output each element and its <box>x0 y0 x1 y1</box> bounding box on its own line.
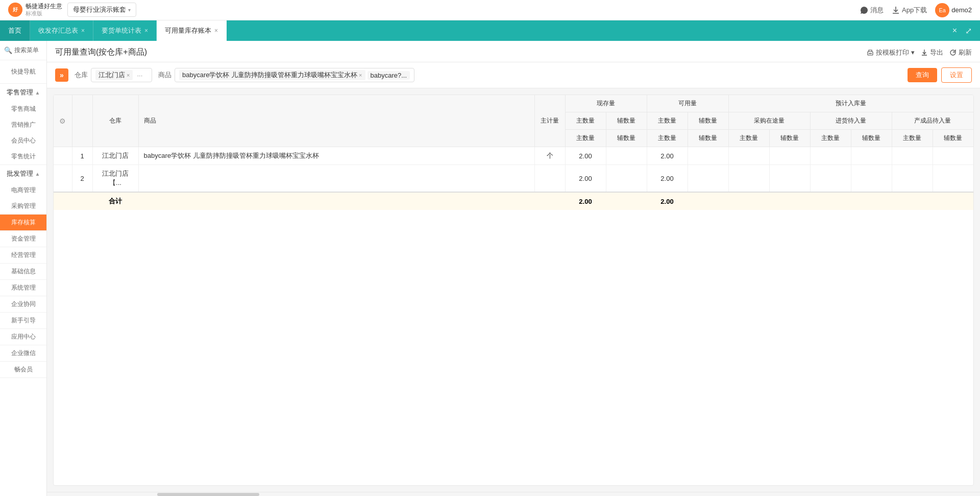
production-wait-header: 产成品待入量 <box>892 112 973 130</box>
retail-group-label: 零售管理 <box>7 88 33 97</box>
logo-text-block: 畅捷通好生意 标准版 <box>26 3 62 17</box>
app-download-button[interactable]: App下载 <box>892 6 927 15</box>
sidebar-group-operation: 经营管理 <box>0 247 46 264</box>
sidebar-group-retail-header[interactable]: 零售管理 ▲ <box>0 84 46 101</box>
row-prod-aux <box>933 147 973 165</box>
row-pw-main <box>810 165 851 193</box>
sidebar-search[interactable]: 🔍 搜索菜单 <box>0 41 46 60</box>
sidebar-item-wechat[interactable]: 企业微信 <box>0 345 46 361</box>
top-bar-right: 消息 App下载 Ea demo2 <box>860 3 972 17</box>
content-area: 可用量查询(按仓库+商品) 按模板打印 ▾ 导出 刷新 » <box>47 41 980 496</box>
footer-prod-aux <box>933 192 973 210</box>
sidebar-group-wholesale: 批发管理 ▲ 电商管理 采购管理 <box>0 165 46 215</box>
export-button[interactable]: 导出 <box>921 48 943 57</box>
user-profile-button[interactable]: Ea demo2 <box>935 3 972 17</box>
av-main-label: 主数量 <box>647 130 688 147</box>
sidebar-group-inventory: 库存核算 <box>0 215 46 231</box>
current-stock-header: 现存量 <box>565 95 647 112</box>
row-available-main: 2.00 <box>647 165 688 193</box>
sidebar-nav: 快捷导航 <box>0 60 46 84</box>
sidebar-item-retail-stats[interactable]: 零售统计 <box>0 149 46 164</box>
sidebar-item-system[interactable]: 系统管理 <box>0 280 46 296</box>
row-prod-aux <box>933 165 973 193</box>
sidebar-group-wholesale-header[interactable]: 批发管理 ▲ <box>0 165 46 182</box>
row-pw-aux <box>851 147 892 165</box>
row-settings <box>54 165 72 193</box>
row-pi-aux <box>769 147 810 165</box>
sidebar-item-marketing[interactable]: 营销推广 <box>0 117 46 133</box>
filter-more-dots[interactable]: ··· <box>135 72 144 79</box>
index-column-header <box>72 95 92 147</box>
tab-receive-pay-close[interactable]: × <box>81 27 85 34</box>
product-tag-1-close[interactable]: × <box>359 72 362 78</box>
sidebar-item-basic-info[interactable]: 基础信息 <box>0 264 46 279</box>
cs-aux-label: 辅数量 <box>606 130 647 147</box>
sidebar-group-wechat: 企业微信 <box>0 345 46 362</box>
main-layout: 🔍 搜索菜单 快捷导航 零售管理 ▲ 零售商城 营销推广 会员中心 零售统计 批… <box>0 41 980 496</box>
sidebar-item-app-center[interactable]: 应用中心 <box>0 329 46 345</box>
query-button[interactable]: 查询 <box>908 68 937 82</box>
logo-icon: 好 <box>8 3 22 17</box>
filter-expand-button[interactable]: » <box>55 68 68 82</box>
tab-order-stats-close[interactable]: × <box>144 27 148 34</box>
footer-settings <box>54 192 72 210</box>
tab-available-stock[interactable]: 可用量库存账本 × <box>157 20 227 41</box>
pw-aux-label: 辅数量 <box>851 130 892 147</box>
table-row: 1 江北门店 babycare学饮杯 儿童防摔防撞吸管杯重力球吸嘴杯宝宝水杯 个… <box>54 147 973 165</box>
prod-main-label: 主数量 <box>892 130 933 147</box>
tab-available-stock-close[interactable]: × <box>214 27 218 34</box>
footer-prod-main <box>892 192 933 210</box>
sidebar-group-retail: 零售管理 ▲ 零售商城 营销推广 会员中心 零售统计 <box>0 84 46 165</box>
settings-button[interactable]: 设置 <box>941 67 972 83</box>
top-bar: 好 畅捷通好生意 标准版 母婴行业演示账套 ▾ 消息 App下载 Ea demo… <box>0 0 980 20</box>
tab-home[interactable]: 首页 <box>0 20 30 41</box>
logo-sub-text: 标准版 <box>26 10 62 17</box>
column-settings-icon[interactable]: ⚙ <box>59 117 66 125</box>
sidebar-item-operation[interactable]: 经营管理 <box>0 247 46 263</box>
footer-product <box>138 192 534 210</box>
tab-receive-pay[interactable]: 收发存汇总表 × <box>30 20 93 41</box>
page-header: 可用量查询(按仓库+商品) 按模板打印 ▾ 导出 刷新 <box>47 41 980 62</box>
available-main-qty-header: 主数量 <box>647 112 688 130</box>
warehouse-filter-tags[interactable]: 江北门店 × ··· <box>91 68 152 82</box>
scroll-bar-area <box>47 492 980 496</box>
sidebar-item-purchase[interactable]: 采购管理 <box>0 198 46 214</box>
table-container: ⚙ 仓库 商品 主计量 现存量 可用量 预计入库量 主数量 辅数量 主数量 <box>53 95 974 486</box>
wholesale-group-arrow: ▲ <box>35 171 40 177</box>
industry-selector[interactable]: 母婴行业演示账套 ▾ <box>67 3 136 17</box>
sidebar-item-inventory[interactable]: 库存核算 <box>0 215 46 230</box>
horizontal-scrollbar[interactable] <box>157 493 259 496</box>
logo-area: 好 畅捷通好生意 标准版 <box>8 3 62 17</box>
close-all-button[interactable]: × <box>950 25 959 36</box>
print-button[interactable]: 按模板打印 ▾ <box>867 48 915 57</box>
row-available-aux <box>688 165 728 193</box>
sidebar-item-member-center[interactable]: 会员中心 <box>0 133 46 149</box>
warehouse-tag-close[interactable]: × <box>127 72 130 78</box>
sidebar-item-newbie[interactable]: 新手引导 <box>0 313 46 328</box>
sidebar-item-quick-nav[interactable]: 快捷导航 <box>0 63 46 80</box>
refresh-icon <box>949 49 957 56</box>
available-header: 可用量 <box>647 95 728 112</box>
sidebar-item-finance[interactable]: 资金管理 <box>0 231 46 247</box>
sidebar-item-ecommerce[interactable]: 电商管理 <box>0 182 46 198</box>
sidebar-item-enterprise[interactable]: 企业协同 <box>0 296 46 312</box>
tab-order-stats[interactable]: 要货单统计表 × <box>93 20 157 41</box>
row-current-aux <box>606 165 647 193</box>
retail-group-arrow: ▲ <box>35 90 40 96</box>
sidebar-item-retail-mall[interactable]: 零售商城 <box>0 101 46 117</box>
product-filter-tags[interactable]: babycare学饮杯 儿童防摔防撞吸管杯重力球吸嘴杯宝宝水杯 × babyca… <box>175 68 414 82</box>
table-body: 1 江北门店 babycare学饮杯 儿童防摔防撞吸管杯重力球吸嘴杯宝宝水杯 个… <box>54 147 973 193</box>
sidebar-item-member[interactable]: 畅会员 <box>0 362 46 377</box>
product-filter-label: 商品 <box>158 70 172 80</box>
fullscreen-button[interactable]: ⤢ <box>963 25 974 37</box>
pi-main-label: 主数量 <box>728 130 769 147</box>
purchase-wait-header: 进货待入量 <box>810 112 892 130</box>
av-aux-label: 辅数量 <box>688 130 728 147</box>
available-aux-qty-header: 辅数量 <box>688 112 728 130</box>
footer-index <box>72 192 92 210</box>
settings-column-header[interactable]: ⚙ <box>54 95 72 147</box>
refresh-label: 刷新 <box>959 48 972 57</box>
message-button[interactable]: 消息 <box>860 6 884 15</box>
row-unit <box>534 165 565 193</box>
refresh-button[interactable]: 刷新 <box>949 48 972 57</box>
